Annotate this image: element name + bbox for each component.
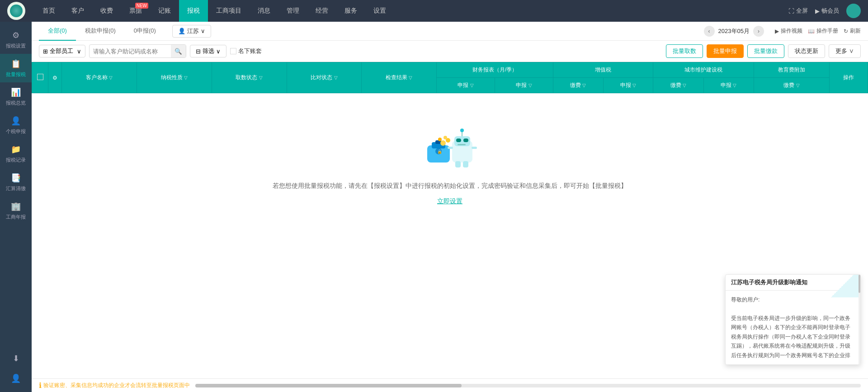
nav-management[interactable]: 管理 (278, 0, 307, 22)
search-box: 🔍 (89, 44, 186, 58)
svg-text:🔒: 🔒 (437, 149, 443, 154)
notification-scrollbar-thumb (859, 275, 860, 293)
tab-zero-declare[interactable]: 0申报(0) (125, 22, 165, 41)
horizontal-scrollbar[interactable] (195, 384, 861, 387)
nav-business[interactable]: 工商项目 (208, 0, 250, 22)
period-next-button[interactable]: › (753, 26, 764, 37)
th-operation: 操作 (830, 62, 868, 93)
setup-link[interactable]: 立即设置 (437, 197, 462, 206)
nav-menu: 首页 客户 收费 票据 NEW 记账 报税 工商项目 消息 管理 经营 服务 设… (34, 0, 788, 22)
svg-rect-18 (455, 161, 461, 167)
tax-overview-icon: 📊 (10, 87, 21, 98)
search-input[interactable] (90, 48, 171, 55)
more-button[interactable]: 更多 ∨ (829, 44, 861, 58)
user-icon: 👤 (10, 373, 21, 384)
th-tax-type: 纳税性质 ▽ (137, 62, 212, 93)
tab-bar: 全部(0) 税款申报(0) 0申报(0) 👤 江苏 ∨ ‹ 2023年05月 ›… (32, 22, 868, 41)
nav-fee[interactable]: 收费 (92, 0, 121, 22)
svg-rect-19 (463, 161, 468, 167)
th-client-name: 客户名称 ▽ (62, 62, 137, 93)
nav-invoice[interactable]: 票据 NEW (121, 0, 150, 22)
tax-settings-icon: ⚙ (10, 30, 21, 41)
action-video[interactable]: ▶ 操作视频 (775, 27, 802, 35)
download-icon: ⬇ (10, 353, 21, 364)
th-vat: 增值税 (553, 62, 653, 78)
notification-body: 尊敬的用户: 受当前电子税务局进一步升级的影响，同一个政务网账号（办税人）名下的… (726, 291, 860, 364)
empty-state: 🔒 (32, 93, 868, 233)
nav-client[interactable]: 客户 (63, 0, 92, 22)
status-bar: ℹ 验证账密、采集信息均成功的企业才会流转至批量报税页面中 (32, 378, 868, 392)
nav-home[interactable]: 首页 (34, 0, 63, 22)
svg-point-15 (460, 129, 464, 132)
employee-grid-icon: ⊞ (43, 48, 48, 55)
tab-all[interactable]: 全部(0) (39, 22, 76, 41)
sidebar-bottom: ⬇ 👤 (0, 349, 32, 392)
fullscreen-button[interactable]: ⛶ 全屏 (788, 7, 808, 15)
employee-select[interactable]: ⊞ 全部员工 ∨ (39, 45, 85, 57)
period-area: ‹ 2023年05月 › (704, 26, 764, 37)
nav-right-area: ⛶ 全屏 ▶ 畅会员 (788, 4, 861, 18)
tab-tax-declare[interactable]: 税款申报(0) (76, 22, 125, 41)
nav-service[interactable]: 服务 (336, 0, 365, 22)
robot-illustration: 🔒 (423, 120, 477, 175)
scrollbar-thumb (195, 384, 462, 387)
sidebar-item-personal-tax[interactable]: 👤 个税申报 (0, 111, 32, 139)
video-icon: ▶ (775, 28, 779, 34)
period-prev-button[interactable]: ‹ (704, 26, 715, 37)
data-table: ⚙ 客户名称 ▽ 纳税性质 ▽ 取数状态 ▽ (32, 62, 868, 233)
svg-point-5 (443, 136, 447, 139)
nav-operation[interactable]: 经营 (307, 0, 336, 22)
compare-status-filter-icon[interactable]: ▽ (334, 75, 338, 80)
th-checkbox (32, 62, 48, 93)
batch-tax-icon: 📋 (10, 58, 21, 69)
action-refresh[interactable]: ↻ 刷新 (844, 27, 861, 35)
nav-settings[interactable]: 设置 (365, 0, 394, 22)
th-city-pay: 缴费 ▽ (653, 78, 703, 93)
action-manual[interactable]: 📖 操作手册 (808, 27, 838, 35)
employee-dropdown-icon: ∨ (77, 48, 81, 55)
search-icon: 🔍 (175, 48, 182, 55)
user-avatar[interactable] (846, 4, 861, 18)
region-selector[interactable]: 👤 江苏 ∨ (172, 25, 211, 38)
sidebar-item-annual-report[interactable]: 🏢 工商年报 (0, 196, 32, 225)
sidebar-item-reconciliation[interactable]: 📑 汇算清缴 (0, 168, 32, 196)
search-button[interactable]: 🔍 (171, 44, 186, 58)
batch-pay-button[interactable]: 批量缴款 (747, 44, 784, 58)
tab-actions: ▶ 操作视频 📖 操作手册 ↻ 刷新 (775, 27, 861, 35)
svg-rect-17 (472, 147, 477, 149)
notification-panel: 江苏电子税务局升级影响通知 × 尊敬的用户: 受当前电子税务局进一步升级的影响，… (725, 274, 861, 365)
svg-point-6 (438, 138, 442, 141)
status-update-button[interactable]: 状态更新 (788, 44, 825, 58)
sidebar-item-download[interactable]: ⬇ (0, 349, 32, 368)
app-logo[interactable] (7, 2, 25, 20)
sidebar-item-batch-tax[interactable]: 📋 批量报税 (0, 54, 32, 82)
th-check-result: 检查结果 ▽ (362, 62, 437, 93)
filter-dropdown-icon: ∨ (216, 48, 221, 55)
member-button[interactable]: ▶ 畅会员 (815, 7, 839, 15)
nav-bookkeeping[interactable]: 记账 (150, 0, 179, 22)
tax-type-filter-icon[interactable]: ▽ (184, 75, 188, 80)
sidebar-item-tax-records[interactable]: 📁 报税记录 (0, 139, 32, 168)
svg-rect-12 (463, 139, 468, 142)
sidebar-item-tax-settings[interactable]: ⚙ 报税设置 (0, 25, 32, 54)
check-result-filter-icon[interactable]: ▽ (409, 75, 412, 80)
account-checkbox[interactable] (230, 48, 236, 54)
nav-message[interactable]: 消息 (250, 0, 278, 22)
account-checkbox-label[interactable]: 名下账套 (230, 47, 262, 55)
fetch-status-filter-icon[interactable]: ▽ (259, 75, 263, 80)
top-navigation: 首页 客户 收费 票据 NEW 记账 报税 工商项目 消息 管理 经营 服务 设… (0, 0, 868, 22)
notification-scrollbar[interactable] (859, 275, 860, 364)
sidebar-item-tax-overview[interactable]: 📊 报税总览 (0, 82, 32, 111)
empty-message: 若您想使用批量报税功能，请先在【报税设置】中进行报税的初始化设置，完成密码验证和… (273, 182, 627, 190)
settings-icon[interactable]: ⚙ (52, 75, 57, 81)
batch-fetch-button[interactable]: 批量取数 (666, 44, 703, 58)
th-edu-pay: 缴费 ▽ (754, 78, 829, 93)
nav-tax[interactable]: 报税 (179, 0, 208, 22)
sidebar-item-user[interactable]: 👤 (0, 368, 32, 388)
th-edu-declare: 申报 ▽ (703, 78, 754, 93)
select-all-checkbox[interactable] (37, 74, 43, 80)
new-badge: NEW (135, 3, 148, 9)
filter-button[interactable]: ⊟ 筛选 ∨ (190, 45, 226, 57)
batch-declare-button[interactable]: 批量申报 (707, 44, 744, 58)
client-filter-icon[interactable]: ▽ (109, 75, 113, 80)
